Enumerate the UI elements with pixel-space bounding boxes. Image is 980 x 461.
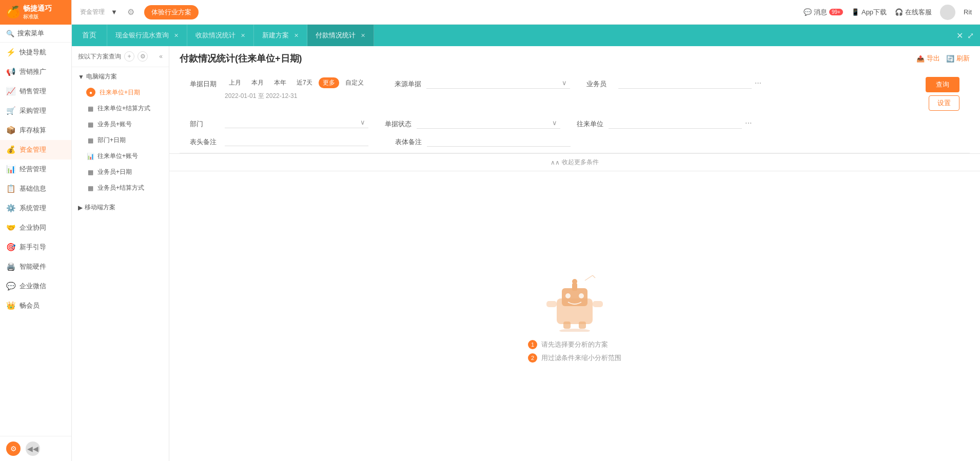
date-opt-more[interactable]: 更多 bbox=[319, 77, 339, 88]
hint-1-num: 1 bbox=[528, 340, 537, 349]
dept-arrow: ∨ bbox=[360, 118, 365, 126]
collapse-label: 收起更多条件 bbox=[562, 158, 599, 167]
hint-1-text: 请先选择要分析的方案 bbox=[541, 340, 608, 349]
scheme-item-staff-settle[interactable]: ▦ 业务员+结算方式 bbox=[72, 180, 169, 196]
source-doc-arrow: ∨ bbox=[562, 79, 567, 87]
add-scheme-btn[interactable]: + bbox=[124, 51, 134, 62]
sidebar-item-label: 经营管理 bbox=[19, 165, 46, 174]
scheme-item-dept-date[interactable]: ▦ 部门+日期 bbox=[72, 132, 169, 148]
svg-rect-4 bbox=[572, 283, 577, 291]
svg-point-2 bbox=[565, 293, 571, 298]
source-doc-select[interactable]: ∨ bbox=[426, 77, 570, 89]
scheme-item-label: 往来单位+结算方式 bbox=[97, 104, 150, 113]
tab-new-scheme-close[interactable]: ✕ bbox=[294, 32, 299, 39]
scheme-item-unit-account[interactable]: 📊 往来单位+账号 bbox=[72, 148, 169, 164]
search-menu[interactable]: 🔍 搜索菜单 bbox=[0, 25, 71, 43]
refresh-btn[interactable]: 🔄 刷新 bbox=[946, 54, 970, 63]
chart-icon: 📊 bbox=[86, 152, 94, 161]
member-icon: 👑 bbox=[6, 301, 15, 310]
trial-btn[interactable]: 体验行业方案 bbox=[144, 5, 199, 19]
content-area: 按以下方案查询 + ⚙ « ▼ 电脑端方案 ● 往来单位+日期 ▦ 往来单位+结… bbox=[72, 46, 980, 461]
sidebar-item-guide[interactable]: 🎯 新手引导 bbox=[0, 237, 71, 257]
sidebar-item-finance[interactable]: 💰 资金管理 bbox=[0, 140, 71, 159]
panel-collapse-btn[interactable]: « bbox=[159, 53, 163, 60]
date-opt-this-year[interactable]: 本年 bbox=[270, 77, 290, 89]
notifications[interactable]: 💬 消息 99+ bbox=[803, 8, 843, 17]
scheme-item-staff-date[interactable]: ▦ 业务员+日期 bbox=[72, 164, 169, 180]
sidebar-item-wechat[interactable]: 💬 企业微信 bbox=[0, 276, 71, 296]
scheme-icon: ▦ bbox=[86, 121, 94, 129]
tab-new-scheme[interactable]: 新建方案 ✕ bbox=[254, 25, 307, 46]
filter-actions: 查询 设置 bbox=[926, 77, 959, 111]
app-logo: 🍊 畅捷通巧 标准版 bbox=[0, 0, 71, 25]
sidebar-item-quick-nav[interactable]: ⚡ 快捷导航 bbox=[0, 43, 71, 62]
sidebar-item-label: 库存核算 bbox=[19, 126, 46, 135]
tab-payments[interactable]: 付款情况统计 ✕ bbox=[307, 25, 374, 46]
finance-icon: 💰 bbox=[6, 145, 15, 154]
basic-icon: 📋 bbox=[6, 184, 15, 193]
settings-btn[interactable]: 设置 bbox=[929, 95, 959, 111]
sidebar-item-hardware[interactable]: 🖨️ 智能硬件 bbox=[0, 257, 71, 276]
scheme-settings-btn[interactable]: ⚙ bbox=[138, 51, 148, 62]
date-opt-custom[interactable]: 自定义 bbox=[341, 77, 368, 89]
body-note-input[interactable] bbox=[427, 135, 571, 147]
collapse-bar[interactable]: ∧∧ 收起更多条件 bbox=[169, 154, 980, 171]
scheme-item-unit-date[interactable]: ● 往来单位+日期 bbox=[72, 84, 169, 101]
header-note-input[interactable] bbox=[225, 135, 368, 146]
sidebar-item-label: 企业微信 bbox=[19, 282, 46, 291]
desktop-group-label: 电脑端方案 bbox=[86, 72, 117, 81]
sidebar-item-operation[interactable]: 📊 经营管理 bbox=[0, 159, 71, 179]
header-note-label: 表头备注 bbox=[190, 135, 219, 147]
staff-dots[interactable]: ··· bbox=[755, 78, 761, 88]
doc-status-select[interactable]: ∨ bbox=[417, 117, 560, 129]
topbar-settings-btn[interactable]: ⚙ bbox=[124, 5, 138, 19]
dept-select[interactable]: ∨ bbox=[225, 117, 368, 128]
scheme-item-unit-settle[interactable]: ▦ 往来单位+结算方式 bbox=[72, 101, 169, 116]
sidebar-collapse-icon[interactable]: ◀◀ bbox=[26, 442, 40, 456]
doc-status-arrow: ∨ bbox=[552, 119, 557, 127]
desktop-group-title[interactable]: ▼ 电脑端方案 bbox=[72, 69, 169, 84]
left-panel-title: 按以下方案查询 bbox=[78, 52, 121, 61]
tab-receipts[interactable]: 收款情况统计 ✕ bbox=[187, 25, 254, 46]
breadcrumb-dropdown[interactable]: ▼ bbox=[111, 8, 117, 16]
tab-receipts-close[interactable]: ✕ bbox=[241, 32, 245, 39]
sidebar-item-label: 资金管理 bbox=[19, 145, 46, 154]
export-btn[interactable]: 📤 导出 bbox=[916, 54, 940, 63]
sidebar-item-member[interactable]: 👑 畅会员 bbox=[0, 296, 71, 315]
date-opt-last-month[interactable]: 上月 bbox=[225, 77, 245, 89]
mobile-group-title[interactable]: ▶ 移动端方案 bbox=[72, 200, 169, 215]
sidebar-item-coop[interactable]: 🤝 企业协同 bbox=[0, 218, 71, 237]
app-download[interactable]: 📱 App下载 bbox=[851, 8, 887, 17]
scheme-icon: ▦ bbox=[86, 136, 94, 145]
sidebar-item-purchase[interactable]: 🛒 采购管理 bbox=[0, 101, 71, 121]
related-unit-input[interactable] bbox=[609, 117, 742, 129]
scheme-icon: ▦ bbox=[86, 168, 94, 176]
date-opt-last-7days[interactable]: 近7天 bbox=[292, 77, 317, 89]
scheme-item-label: 往来单位+账号 bbox=[97, 152, 138, 161]
query-btn[interactable]: 查询 bbox=[926, 77, 959, 92]
staff-input[interactable] bbox=[618, 77, 752, 89]
tab-home[interactable]: 首页 bbox=[72, 25, 107, 46]
scheme-item-staff-account[interactable]: ▦ 业务员+账号 bbox=[72, 116, 169, 132]
svg-rect-8 bbox=[563, 322, 571, 329]
empty-illustration bbox=[544, 270, 605, 332]
tabbar-close-icon[interactable]: ✕ bbox=[956, 31, 963, 41]
tab-bank-flow-close[interactable]: ✕ bbox=[174, 32, 179, 39]
sidebar-item-system[interactable]: ⚙️ 系统管理 bbox=[0, 198, 71, 218]
sidebar-item-marketing[interactable]: 📢 营销推广 bbox=[0, 62, 71, 82]
tab-bank-flow[interactable]: 现金银行流水查询 ✕ bbox=[107, 25, 187, 46]
chevron-icon: ▼ bbox=[78, 73, 84, 81]
sidebar-item-label: 系统管理 bbox=[19, 204, 46, 213]
sidebar-settings-icon[interactable]: ⚙ bbox=[6, 442, 21, 456]
sidebar-item-inventory[interactable]: 📦 库存核算 bbox=[0, 121, 71, 140]
sidebar-item-sales[interactable]: 📈 销售管理 bbox=[0, 82, 71, 101]
tab-payments-close[interactable]: ✕ bbox=[361, 32, 365, 39]
sidebar-item-basic[interactable]: 📋 基础信息 bbox=[0, 179, 71, 198]
tabbar: 首页 现金银行流水查询 ✕ 收款情况统计 ✕ 新建方案 ✕ 付款情况统计 ✕ ✕… bbox=[72, 25, 980, 46]
user-avatar[interactable] bbox=[940, 5, 955, 20]
online-service[interactable]: 🎧 在线客服 bbox=[895, 8, 932, 17]
tabbar-expand-icon[interactable]: ⤢ bbox=[967, 31, 974, 41]
hint-2-num: 2 bbox=[528, 353, 537, 363]
related-unit-dots[interactable]: ··· bbox=[745, 118, 752, 128]
date-opt-this-month[interactable]: 本月 bbox=[247, 77, 268, 89]
